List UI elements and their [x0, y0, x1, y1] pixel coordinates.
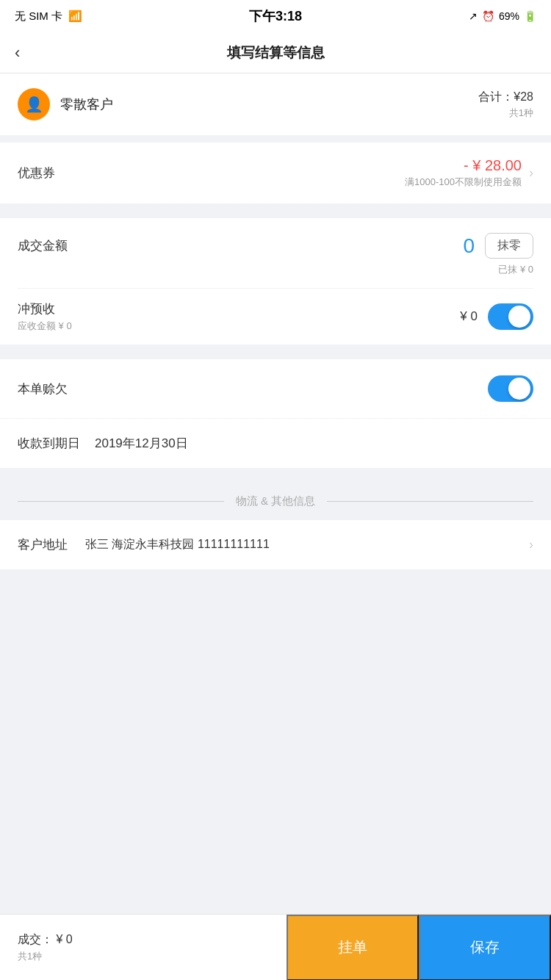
battery-icon: 🔋: [524, 10, 536, 22]
debt-row: 本单赊欠: [0, 359, 551, 418]
prepayment-toggle[interactable]: [488, 303, 533, 330]
amount-value: 0: [463, 234, 475, 258]
bottom-info: 成交： ¥ 0 共1种: [0, 932, 287, 963]
back-button[interactable]: ‹: [15, 43, 20, 62]
bottom-count-text: 共1种: [18, 950, 269, 963]
chevron-right-icon: ›: [529, 165, 533, 181]
round-zero-button[interactable]: 抹零: [485, 233, 533, 259]
save-button[interactable]: 保存: [419, 915, 551, 981]
address-row[interactable]: 客户地址 张三 海淀永丰科技园 11111111111 ›: [0, 520, 551, 569]
section-divider: [0, 211, 551, 218]
address-card[interactable]: 客户地址 张三 海淀永丰科技园 11111111111 ›: [0, 520, 551, 569]
coupon-right: - ¥ 28.00 满1000-100不限制使用金额: [405, 157, 522, 189]
amount-right: 0 抹零: [463, 233, 533, 259]
logistics-section: 物流 & 其他信息: [0, 483, 551, 520]
prepayment-amount: ¥ 0: [460, 309, 478, 324]
coupon-card[interactable]: 优惠券 - ¥ 28.00 满1000-100不限制使用金额 ›: [0, 143, 551, 203]
customer-total: 合计：¥28: [478, 90, 533, 105]
coupon-label: 优惠券: [18, 165, 55, 181]
logistics-title: 物流 & 其他信息: [224, 494, 327, 508]
nav-bar: ‹ 填写结算等信息: [0, 32, 551, 73]
avatar: 👤: [18, 88, 50, 120]
prepayment-row: 冲预收 应收金额 ¥ 0 ¥ 0: [0, 289, 551, 345]
coupon-desc: 满1000-100不限制使用金额: [405, 176, 522, 189]
status-time: 下午3:18: [249, 7, 302, 25]
alarm-icon: ⏰: [482, 10, 494, 22]
coupon-amount: - ¥ 28.00: [405, 157, 522, 174]
address-chevron-icon: ›: [529, 537, 533, 552]
avatar-icon: 👤: [25, 96, 43, 113]
already-rounded-text: 已抹 ¥ 0: [0, 263, 551, 288]
section-divider-3: [0, 475, 551, 483]
transaction-card: 成交金额 0 抹零 已抹 ¥ 0 冲预收 应收金额 ¥ 0 ¥ 0: [0, 218, 551, 345]
duedate-row: 收款到期日 2019年12月30日: [0, 418, 551, 468]
duedate-label: 收款到期日: [18, 435, 80, 452]
section-divider-2: [0, 352, 551, 359]
toggle-knob: [508, 306, 530, 328]
page-title: 填写结算等信息: [227, 43, 325, 62]
prepayment-right: ¥ 0: [460, 303, 533, 330]
wifi-icon: 📶: [68, 10, 82, 23]
amount-label: 成交金额: [18, 233, 68, 254]
prepayment-left: 冲预收 应收金额 ¥ 0: [18, 300, 72, 333]
status-right: ↗ ⏰ 69% 🔋: [469, 10, 536, 22]
prepayment-label: 冲预收: [18, 300, 72, 317]
address-label: 客户地址: [18, 536, 68, 553]
customer-row: 👤 零散客户 合计：¥28 共1种: [0, 73, 551, 135]
toggle-knob-2: [508, 378, 530, 400]
location-icon: ↗: [469, 10, 478, 22]
customer-count: 共1种: [478, 107, 533, 120]
hang-order-button[interactable]: 挂单: [287, 915, 419, 981]
prepayment-sublabel: 应收金额 ¥ 0: [18, 320, 72, 333]
battery-text: 69%: [499, 10, 519, 22]
address-value: 张三 海淀永丰科技园 11111111111: [85, 537, 529, 552]
bottom-bar: 成交： ¥ 0 共1种 挂单 保存: [0, 914, 551, 980]
debt-card: 本单赊欠 收款到期日 2019年12月30日: [0, 359, 551, 468]
debt-toggle[interactable]: [488, 375, 533, 402]
debt-label: 本单赊欠: [18, 381, 68, 397]
status-bar: 无 SIM 卡 📶 下午3:18 ↗ ⏰ 69% 🔋: [0, 0, 551, 32]
duedate-value: 2019年12月30日: [95, 435, 188, 452]
customer-left: 👤 零散客户: [18, 88, 113, 120]
no-sim-text: 无 SIM 卡: [15, 10, 62, 24]
logistics-divider: 物流 & 其他信息: [0, 494, 551, 508]
customer-right: 合计：¥28 共1种: [478, 90, 533, 120]
amount-row: 成交金额 0 抹零: [0, 218, 551, 263]
customer-card: 👤 零散客户 合计：¥28 共1种: [0, 73, 551, 135]
bottom-deal-text: 成交： ¥ 0: [18, 932, 269, 948]
content-area: 👤 零散客户 合计：¥28 共1种 优惠券 - ¥ 28.00 满1000-10…: [0, 73, 551, 650]
status-left: 无 SIM 卡 📶: [15, 10, 82, 24]
coupon-row[interactable]: 优惠券 - ¥ 28.00 满1000-100不限制使用金额 ›: [0, 143, 551, 203]
customer-name: 零散客户: [60, 96, 113, 113]
